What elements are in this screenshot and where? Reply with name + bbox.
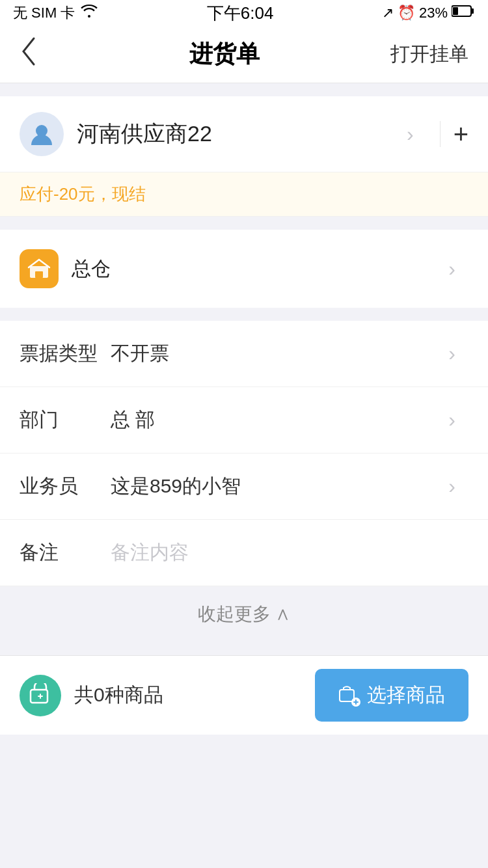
remark-row[interactable]: 备注 备注内容: [0, 520, 488, 586]
fields-section: 票据类型 不开票 › 部门 总 部 › 业务员 这是859的小智 › 备注 备注…: [0, 321, 488, 586]
open-pending-button[interactable]: 打开挂单: [390, 41, 468, 68]
wifi-icon: [80, 5, 98, 21]
invoice-type-value: 不开票: [111, 340, 448, 367]
status-bar: 无 SIM 卡 下午6:04 ↗ ⏰ 23%: [0, 0, 488, 26]
section-gap-2: [0, 217, 488, 230]
warehouse-icon: [20, 249, 59, 288]
supplier-chevron-icon: ›: [407, 122, 414, 146]
collapse-button[interactable]: 收起更多 ∧: [0, 586, 488, 642]
bottom-bar: 共0种商品 选择商品: [0, 655, 488, 735]
section-gap-4: [0, 642, 488, 655]
supplier-row[interactable]: 河南供应商22 › +: [0, 96, 488, 172]
supplier-avatar: [20, 112, 64, 156]
salesperson-chevron-icon: ›: [448, 474, 455, 498]
supplier-name: 河南供应商22: [77, 119, 407, 149]
svg-rect-1: [471, 8, 474, 14]
product-count: 共0种商品: [74, 682, 315, 709]
network-status: 无 SIM 卡: [13, 3, 75, 23]
department-label: 部门: [20, 407, 111, 433]
select-product-label: 选择商品: [367, 682, 445, 709]
status-time: 下午6:04: [207, 2, 274, 25]
salesperson-value: 这是859的小智: [111, 473, 448, 500]
department-value: 总 部: [111, 407, 448, 433]
warehouse-section: 总仓 ›: [0, 230, 488, 308]
invoice-type-label: 票据类型: [20, 340, 111, 367]
salesperson-label: 业务员: [20, 473, 111, 500]
warehouse-row[interactable]: 总仓 ›: [0, 230, 488, 308]
battery-level: 23%: [419, 5, 448, 21]
add-supplier-button[interactable]: +: [454, 120, 468, 149]
svg-rect-5: [35, 271, 43, 278]
department-row[interactable]: 部门 总 部 ›: [0, 387, 488, 454]
product-icon: [20, 675, 61, 716]
page-title: 进货单: [189, 38, 260, 70]
status-left: 无 SIM 卡: [13, 3, 98, 23]
select-product-button[interactable]: 选择商品: [315, 669, 468, 722]
remark-label: 备注: [20, 539, 111, 566]
svg-rect-7: [340, 690, 354, 701]
warehouse-chevron-icon: ›: [448, 257, 455, 281]
warehouse-name: 总仓: [72, 256, 448, 282]
back-button[interactable]: [20, 36, 59, 73]
invoice-type-chevron-icon: ›: [448, 342, 455, 366]
section-gap-1: [0, 83, 488, 96]
status-right: ↗ ⏰ 23%: [382, 5, 475, 21]
divider: [440, 121, 441, 147]
nav-bar: 进货单 打开挂单: [0, 26, 488, 83]
battery-icon: [452, 5, 475, 21]
location-icon: ↗: [382, 5, 394, 21]
department-chevron-icon: ›: [448, 408, 455, 432]
collapse-label: 收起更多 ∧: [198, 602, 291, 627]
remark-input[interactable]: 备注内容: [111, 539, 468, 566]
invoice-type-row[interactable]: 票据类型 不开票 ›: [0, 321, 488, 387]
salesperson-row[interactable]: 业务员 这是859的小智 ›: [0, 454, 488, 520]
section-gap-3: [0, 308, 488, 321]
svg-rect-2: [453, 7, 458, 15]
supplier-notice: 应付-20元，现结: [0, 172, 488, 217]
alarm-icon: ⏰: [398, 5, 415, 21]
supplier-section: 河南供应商22 › + 应付-20元，现结: [0, 96, 488, 217]
